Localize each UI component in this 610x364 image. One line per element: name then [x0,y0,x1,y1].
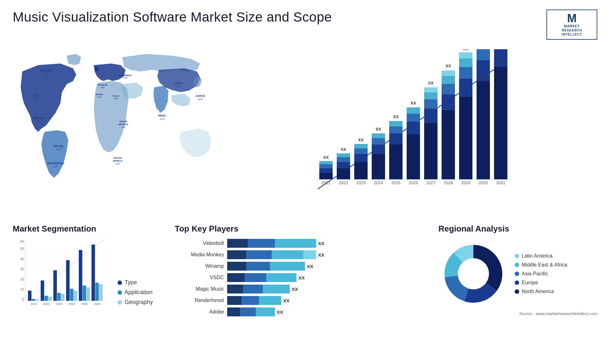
svg-text:XX: XX [445,64,451,68]
svg-text:20: 20 [20,278,24,281]
player-name: Magic Music [175,286,224,292]
player-bar [227,273,296,282]
svg-rect-80 [459,52,472,58]
svg-text:xx%: xx% [121,126,125,128]
svg-text:xx%: xx% [123,77,127,79]
player-bar-container: XX [227,307,429,316]
svg-rect-72 [442,84,455,94]
svg-text:SPAIN: SPAIN [95,93,103,96]
svg-rect-65 [424,109,437,123]
legend-apac: Asia Pacific [515,271,567,277]
player-name: Winamp [175,263,224,269]
svg-text:ARABIA: ARABIA [118,123,128,126]
legend-geography: Geography [118,299,153,306]
svg-text:2031: 2031 [496,180,505,185]
legend-application: Application [118,289,153,296]
player-bar-container: XX [227,239,429,248]
segmentation-title: Market Segmentation [13,224,165,234]
svg-text:2025: 2025 [81,302,88,306]
latin-dot [515,254,519,258]
svg-rect-123 [53,270,57,301]
map-svg: CANADA xx% U.S. xx% MEXICO xx% BRAZIL xx… [13,46,222,202]
bar-mid [246,250,272,259]
svg-text:2023: 2023 [56,302,62,306]
svg-rect-74 [442,71,455,76]
bar-mid [243,285,263,293]
bar-mid [241,296,259,305]
svg-text:2024: 2024 [374,180,383,185]
bar-light [266,273,296,282]
svg-rect-68 [424,87,437,92]
svg-text:CANADA: CANADA [40,69,52,72]
player-bar [227,296,281,305]
bar-light [272,250,303,259]
svg-text:U.S.: U.S. [33,94,38,97]
svg-text:2021: 2021 [31,302,37,306]
bar-mid [248,239,275,248]
svg-text:XX: XX [498,61,504,65]
svg-rect-76 [459,97,472,179]
apac-dot [515,272,519,276]
svg-text:xx%: xx% [94,68,98,71]
player-magicmusic: Magic Music XX [175,285,429,293]
svg-text:0: 0 [22,298,24,301]
bar-dark [227,262,246,271]
svg-text:JAPAN: JAPAN [195,94,205,98]
legend-latin: Latin America [515,253,567,259]
legend-mea: Middle East & Africa [515,262,567,268]
svg-text:2027: 2027 [426,180,436,185]
svg-text:INDIA: INDIA [158,114,166,117]
svg-rect-41 [337,157,350,162]
player-bar-container: XX [227,296,429,305]
svg-rect-60 [407,122,420,134]
svg-rect-61 [407,114,420,122]
svg-text:50: 50 [20,247,24,251]
page-title: Music Visualization Software Market Size… [13,10,332,25]
player-bar-container: XX [227,262,429,271]
svg-rect-85 [494,67,507,179]
player-name: Videobolt [175,240,224,246]
logo-letter: M [567,13,577,24]
svg-rect-82 [477,81,490,179]
svg-text:2028: 2028 [444,180,453,185]
player-winamp: Winamp XX [175,262,429,271]
players-section: Top Key Players Videobolt XX Media Monk [175,221,429,320]
europe-dot [515,280,519,285]
mea-dot [515,263,519,267]
svg-rect-57 [389,121,403,126]
world-map: CANADA xx% U.S. xx% MEXICO xx% BRAZIL xx… [13,46,222,205]
svg-rect-40 [337,162,350,168]
svg-text:XX: XX [376,127,381,131]
svg-text:xx%: xx% [56,148,61,151]
seg-legend: Type Application Geography [118,279,153,312]
svg-text:xx%: xx% [115,163,119,165]
svg-text:ARGENTINA: ARGENTINA [47,162,64,165]
svg-rect-70 [442,110,455,179]
bar-dark [227,296,241,305]
svg-text:2025: 2025 [391,180,401,185]
svg-rect-50 [372,145,385,154]
bar-mid [246,262,270,271]
application-dot [118,290,122,295]
svg-rect-71 [442,94,455,110]
svg-rect-44 [354,162,368,179]
player-vsdc: VSDC XX [175,273,429,282]
svg-text:XX: XX [323,155,329,160]
svg-rect-45 [354,154,368,162]
svg-text:CHINA: CHINA [174,82,183,85]
player-name: Renderforest [175,298,224,303]
player-bar [227,262,305,271]
player-name: Adobe [175,309,224,315]
legend-europe: Europe [515,280,567,286]
content-grid: CANADA xx% U.S. xx% MEXICO xx% BRAZIL xx… [13,46,597,320]
svg-text:XX: XX [358,138,364,142]
svg-rect-128 [70,289,73,301]
svg-rect-77 [459,79,472,97]
player-bar-container: XX [227,273,429,282]
svg-rect-42 [337,153,350,157]
svg-text:xx%: xx% [176,85,181,88]
svg-text:2029: 2029 [461,180,471,185]
svg-text:2030: 2030 [479,180,488,185]
svg-rect-119 [41,280,44,301]
bar-light [263,285,290,293]
